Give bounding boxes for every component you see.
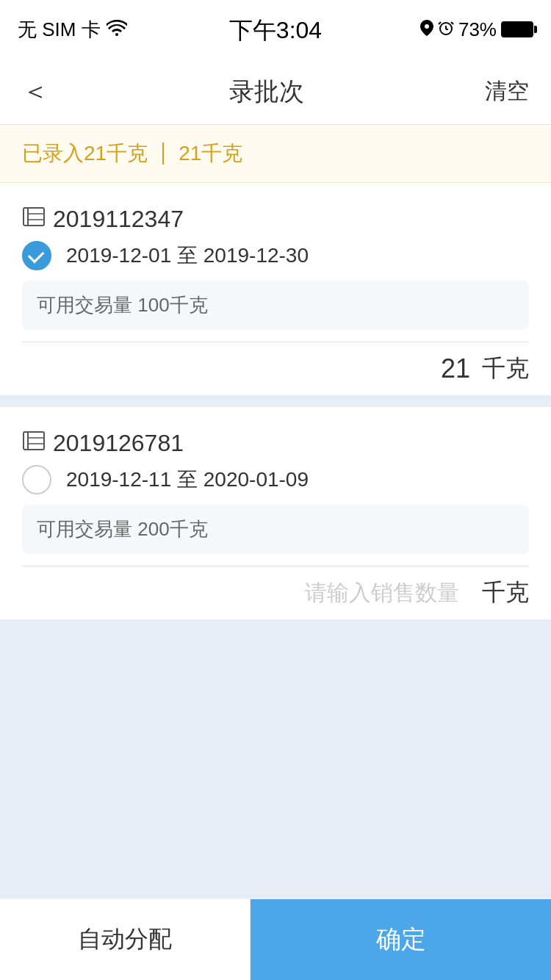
confirm-button[interactable]: 确定 bbox=[251, 899, 551, 980]
available-qty-2: 可用交易量 200千克 bbox=[22, 505, 529, 554]
alarm-icon bbox=[438, 18, 454, 41]
qty-value-1: 21 bbox=[441, 353, 470, 384]
qty-unit-1: 千克 bbox=[482, 353, 529, 385]
qty-unit-2: 千克 bbox=[482, 577, 529, 609]
qty-input-2[interactable] bbox=[191, 580, 470, 605]
status-right: 73% bbox=[420, 18, 533, 41]
wifi-icon bbox=[107, 18, 127, 41]
location-icon bbox=[420, 18, 433, 41]
back-button[interactable]: ＜ bbox=[22, 73, 48, 109]
recorded-value: 21千克 bbox=[179, 140, 242, 167]
svg-rect-7 bbox=[24, 432, 44, 450]
footer: 自动分配 确定 bbox=[0, 899, 551, 980]
page-title: 录批次 bbox=[229, 75, 304, 109]
auto-distribute-button[interactable]: 自动分配 bbox=[0, 899, 251, 980]
available-qty-1: 可用交易量 100千克 bbox=[22, 281, 529, 330]
banner-divider bbox=[162, 143, 164, 165]
batch-icon-2 bbox=[22, 429, 46, 458]
batch-date-1: 2019-12-01 至 2019-12-30 bbox=[66, 242, 309, 270]
battery-text: 73% bbox=[458, 18, 497, 41]
carrier-text: 无 SIM 卡 bbox=[18, 17, 101, 43]
batch-qty-row-1: 21 千克 bbox=[0, 342, 551, 395]
bottom-empty-area bbox=[0, 619, 551, 898]
batch-card-1: 2019112347 2019-12-01 至 2019-12-30 可用交易量… bbox=[0, 183, 551, 395]
section-separator bbox=[0, 395, 551, 407]
batch-radio-1[interactable] bbox=[22, 241, 51, 270]
status-bar: 无 SIM 卡 下午3:04 bbox=[0, 0, 551, 59]
batch-icon-1 bbox=[22, 205, 46, 234]
recorded-label: 已录入21千克 bbox=[22, 140, 148, 167]
clear-button[interactable]: 清空 bbox=[485, 76, 529, 107]
batch-date-row-1[interactable]: 2019-12-01 至 2019-12-30 bbox=[0, 241, 551, 281]
batch-header-2: 2019126781 bbox=[0, 407, 551, 465]
qty-input-row-2[interactable]: 千克 bbox=[0, 566, 551, 619]
nav-bar: ＜ 录批次 清空 bbox=[0, 59, 551, 125]
svg-rect-3 bbox=[24, 208, 44, 226]
batch-header-1: 2019112347 bbox=[0, 183, 551, 241]
batch-card-2: 2019126781 2019-12-11 至 2020-01-09 可用交易量… bbox=[0, 407, 551, 619]
battery-icon bbox=[501, 21, 533, 37]
batch-date-2: 2019-12-11 至 2020-01-09 bbox=[66, 466, 309, 494]
status-left: 无 SIM 卡 bbox=[18, 17, 127, 43]
batch-id-2: 2019126781 bbox=[53, 430, 184, 457]
status-time: 下午3:04 bbox=[229, 15, 322, 47]
batch-radio-2[interactable] bbox=[22, 465, 51, 494]
batch-date-row-2[interactable]: 2019-12-11 至 2020-01-09 bbox=[0, 465, 551, 505]
info-banner: 已录入21千克 21千克 bbox=[0, 125, 551, 183]
batch-id-1: 2019112347 bbox=[53, 206, 184, 233]
